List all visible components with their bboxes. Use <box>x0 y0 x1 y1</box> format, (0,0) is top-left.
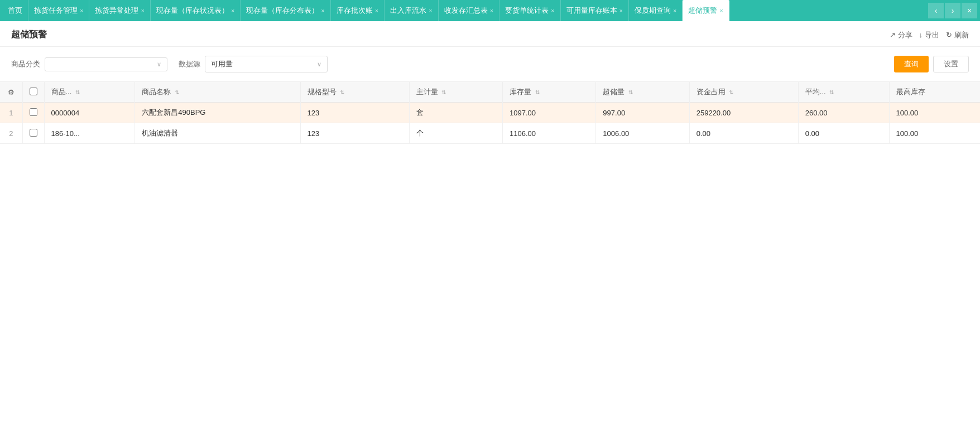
cell-overstock: 1006.00 <box>596 123 689 144</box>
filter-category: 商品分类 ∨ <box>11 57 167 71</box>
row-checkbox-cell <box>22 103 44 123</box>
cell-product-name: 六配套新昌490BPG <box>135 103 300 123</box>
tab-summary-label: 收发存汇总表 <box>444 6 488 16</box>
tab-stock-status[interactable]: 现存量（库存状况表） × <box>151 0 241 21</box>
tab-stock-dist-close[interactable]: × <box>321 7 324 14</box>
page-title: 超储预警 <box>11 29 47 41</box>
cell-stock: 1106.00 <box>502 123 595 144</box>
col-capital[interactable]: 资金占用 ⇅ <box>689 82 798 103</box>
refresh-label: 刷新 <box>954 30 969 40</box>
sort-unit-icon: ⇅ <box>441 89 446 95</box>
tab-flow[interactable]: 出入库流水 × <box>385 0 438 21</box>
col-unit-label: 主计量 <box>416 88 438 96</box>
refresh-button[interactable]: ↻ 刷新 <box>946 30 969 40</box>
cell-product-code: 0000004 <box>44 103 135 123</box>
tab-stock-dist[interactable]: 现存量（库存分布表） × <box>241 0 330 21</box>
tab-overstock-close[interactable]: × <box>719 7 723 14</box>
nav-prev-btn[interactable]: ‹ <box>928 3 944 18</box>
tab-pick-exception[interactable]: 拣货异常处理 × <box>89 0 150 21</box>
tab-home[interactable]: 首页 <box>2 0 28 21</box>
table-row: 2 186-10... 机油滤清器 123 个 1106.00 1006.00 … <box>0 123 980 144</box>
tab-expiry[interactable]: 保质期查询 × <box>629 0 683 21</box>
col-overstock-label: 超储量 <box>603 88 624 96</box>
tab-stock-dist-label: 现存量（库存分布表） <box>246 6 319 16</box>
refresh-icon: ↻ <box>946 31 952 39</box>
tab-flow-close[interactable]: × <box>429 7 432 14</box>
table-row: 1 0000004 六配套新昌490BPG 123 套 1097.00 997.… <box>0 103 980 123</box>
query-button[interactable]: 查询 <box>894 56 929 72</box>
category-select[interactable]: ∨ <box>45 57 167 71</box>
select-all-checkbox[interactable] <box>30 88 37 95</box>
col-overstock[interactable]: 超储量 ⇅ <box>596 82 689 103</box>
row-checkbox-cell <box>22 123 44 144</box>
share-label: 分享 <box>898 30 912 40</box>
nav-next-btn[interactable]: › <box>945 3 960 18</box>
sort-avg-icon: ⇅ <box>829 89 834 95</box>
filter-bar: 商品分类 ∨ 数据源 可用量 ∨ 查询 设置 <box>0 47 980 82</box>
tab-order-stats-close[interactable]: × <box>551 7 554 14</box>
share-icon: ↗ <box>890 31 896 39</box>
col-settings[interactable]: ⚙ <box>0 82 22 103</box>
row-checkbox[interactable] <box>30 129 37 137</box>
export-icon: ↓ <box>919 31 923 39</box>
settings-button[interactable]: 设置 <box>933 56 969 72</box>
cell-capital: 259220.00 <box>689 103 798 123</box>
col-stock-label: 库存量 <box>510 88 531 96</box>
col-product-code[interactable]: 商品... ⇅ <box>44 82 135 103</box>
row-num: 1 <box>0 103 22 123</box>
col-spec[interactable]: 规格型号 ⇅ <box>300 82 409 103</box>
tab-pick-task[interactable]: 拣货任务管理 × <box>28 0 89 21</box>
datasource-select[interactable]: 可用量 ∨ <box>205 56 328 72</box>
col-stock[interactable]: 库存量 ⇅ <box>502 82 595 103</box>
cell-unit: 个 <box>409 123 502 144</box>
tab-batch[interactable]: 库存批次账 × <box>331 0 385 21</box>
cell-stock: 1097.00 <box>502 103 595 123</box>
row-checkbox[interactable] <box>30 108 37 116</box>
cell-max-stock: 100.00 <box>889 123 980 144</box>
sort-spec-icon: ⇅ <box>340 89 344 95</box>
tab-pick-exception-label: 拣货异常处理 <box>95 6 138 16</box>
header-actions: ↗ 分享 ↓ 导出 ↻ 刷新 <box>890 30 969 40</box>
tab-stock-status-label: 现存量（库存状况表） <box>156 6 229 16</box>
cell-product-name: 机油滤清器 <box>135 123 300 144</box>
col-max-stock-label: 最高库存 <box>896 88 925 96</box>
tab-available-label: 可用量库存账本 <box>566 6 617 16</box>
col-avg[interactable]: 平均... ⇅ <box>798 82 889 103</box>
tab-order-stats[interactable]: 要货单统计表 × <box>499 0 560 21</box>
page-header: 超储预警 ↗ 分享 ↓ 导出 ↻ 刷新 <box>0 21 980 47</box>
sort-product-name-icon: ⇅ <box>175 89 179 95</box>
topbar: 首页 拣货任务管理 × 拣货异常处理 × 现存量（库存状况表） × 现存量（库存… <box>0 0 980 21</box>
export-button[interactable]: ↓ 导出 <box>919 30 940 40</box>
tab-summary[interactable]: 收发存汇总表 × <box>439 0 499 21</box>
col-max-stock[interactable]: 最高库存 <box>889 82 980 103</box>
tab-available[interactable]: 可用量库存账本 × <box>561 0 629 21</box>
cell-max-stock: 100.00 <box>889 103 980 123</box>
datasource-select-value: 可用量 <box>211 59 233 69</box>
tab-batch-label: 库存批次账 <box>337 6 373 16</box>
datasource-label: 数据源 <box>179 59 200 69</box>
tab-pick-task-close[interactable]: × <box>80 7 83 14</box>
col-capital-label: 资金占用 <box>696 88 726 96</box>
table-header-row: ⚙ 商品... ⇅ 商品名称 ⇅ 规格型号 ⇅ <box>0 82 980 103</box>
col-unit[interactable]: 主计量 ⇅ <box>409 82 502 103</box>
nav-close-btn[interactable]: × <box>962 3 977 18</box>
col-spec-label: 规格型号 <box>308 88 337 96</box>
col-product-name[interactable]: 商品名称 ⇅ <box>135 82 300 103</box>
tab-available-close[interactable]: × <box>619 7 623 14</box>
sort-stock-icon: ⇅ <box>535 89 540 95</box>
filter-datasource: 数据源 可用量 ∨ <box>179 56 328 72</box>
tab-expiry-close[interactable]: × <box>673 7 676 14</box>
row-num: 2 <box>0 123 22 144</box>
tab-stock-status-close[interactable]: × <box>231 7 234 14</box>
share-button[interactable]: ↗ 分享 <box>890 30 912 40</box>
tab-summary-close[interactable]: × <box>490 7 493 14</box>
filter-buttons: 查询 设置 <box>894 56 969 72</box>
tab-batch-close[interactable]: × <box>375 7 378 14</box>
tab-pick-exception-close[interactable]: × <box>141 7 144 14</box>
sort-product-code-icon: ⇅ <box>75 89 80 95</box>
tab-overstock[interactable]: 超储预警 × <box>683 0 729 21</box>
data-table: ⚙ 商品... ⇅ 商品名称 ⇅ 规格型号 ⇅ <box>0 82 980 144</box>
table-wrapper: ⚙ 商品... ⇅ 商品名称 ⇅ 规格型号 ⇅ <box>0 82 980 144</box>
sort-capital-icon: ⇅ <box>729 89 733 95</box>
cell-avg: 0.00 <box>798 123 889 144</box>
